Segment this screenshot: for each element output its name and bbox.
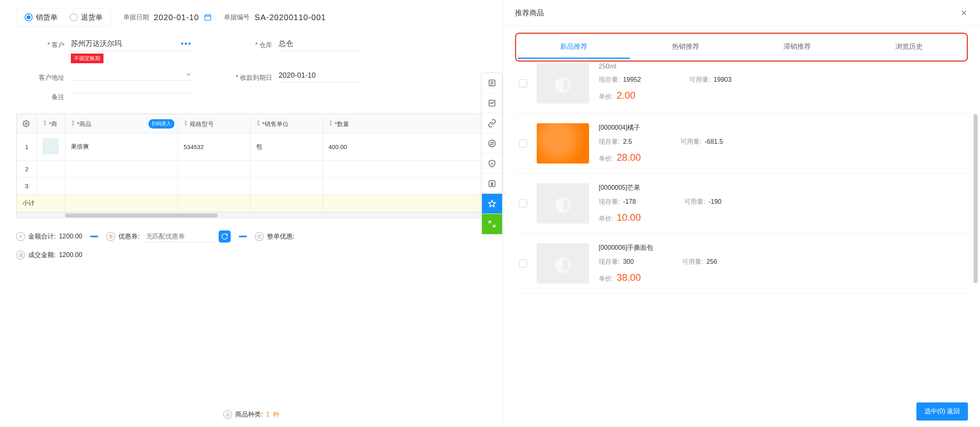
product-card: [0000004]橘子 现存量:2.5 可用量:-681.5 单价:28.00 (515, 114, 968, 174)
kind-icon: 品 (223, 410, 232, 419)
warehouse-label: 仓库 (259, 41, 272, 48)
price-value: 2.00 (616, 90, 635, 101)
more-dots-icon[interactable]: ••• (181, 39, 192, 48)
row-unit[interactable]: 包 (250, 133, 323, 161)
tool-yen-button[interactable] (482, 174, 502, 194)
price-value: 28.00 (616, 152, 641, 163)
recommend-tabs-highlight: 新品推荐 热销推荐 滞销推荐 浏览历史 (515, 33, 968, 62)
row-name[interactable]: 果倍爽 (65, 133, 178, 161)
row-qty[interactable]: 400.00 (323, 133, 486, 161)
product-name: [0000005]芒果 (599, 184, 964, 192)
product-name: [0000006]手撕面包 (599, 244, 964, 252)
col-goods[interactable]: ▲▼*商品扫码录入 (65, 114, 178, 133)
product-checkbox[interactable] (519, 199, 527, 207)
col-goods-short[interactable]: ▲▼*商 (37, 114, 65, 133)
tool-link-button[interactable] (482, 113, 502, 133)
row-spec[interactable]: 534532 (178, 133, 250, 161)
address-field[interactable]: 客户地址 (16, 71, 192, 82)
warehouse-value: 总仓 (279, 39, 293, 48)
vertical-scrollbar[interactable] (974, 114, 978, 283)
tab-return-order[interactable]: 退货单 (70, 12, 103, 22)
calendar-icon (204, 13, 212, 21)
coupon-field: 券 优惠券: (106, 230, 230, 243)
expand-icon (488, 220, 496, 228)
table-row[interactable]: 3 (17, 178, 486, 195)
doc-type-tabs: 销货单 退货单 (16, 8, 111, 27)
stock-value: -178 (623, 198, 636, 205)
gear-column-header[interactable] (17, 114, 37, 133)
table-row[interactable]: 1 果倍爽 534532 包 400.00 (17, 133, 486, 161)
stock-value: 2.5 (623, 138, 632, 145)
deal-icon: 成 (16, 251, 25, 259)
tool-expand-button[interactable] (482, 214, 502, 234)
selected-return-button[interactable]: 选中(0) 返回 (916, 402, 968, 421)
tool-chart-button[interactable] (482, 93, 502, 113)
customer-field[interactable]: *客户 苏州万达沃尔玛 ••• 不固定账期 (16, 39, 192, 63)
row-index: 1 (17, 133, 37, 161)
doc-number-label: 单据编号 (224, 13, 250, 22)
product-checkbox[interactable] (519, 259, 527, 267)
product-thumb-icon (43, 138, 59, 154)
tab-hot-recommend[interactable]: 热销推荐 (630, 35, 742, 59)
list-icon (488, 79, 496, 87)
close-button[interactable] (960, 9, 968, 17)
product-card: ◐ 250ml 现存量:19952 可用量:19903 单价:2.00 (515, 62, 968, 114)
svg-point-1 (25, 123, 27, 125)
stock-value: 19952 (623, 76, 641, 83)
svg-rect-0 (205, 15, 211, 20)
tool-list-button[interactable] (482, 73, 502, 93)
yen-box-icon (488, 179, 496, 188)
product-name: 250ml (599, 63, 964, 70)
chevron-down-icon (185, 71, 192, 78)
link-icon (488, 119, 496, 128)
summary-section: ¥ 金额合计: 1200.00 券 优惠券: 优 整单优惠: (16, 230, 486, 259)
due-date-field[interactable]: *收款到期日 2020-01-10 (224, 71, 359, 83)
tab-slow-recommend[interactable]: 滞销推荐 (742, 35, 854, 59)
subtotal-row: 小计 (17, 195, 486, 212)
remark-field[interactable]: 备注 (16, 91, 192, 102)
product-checkbox[interactable] (519, 139, 527, 147)
avail-value: 19903 (713, 76, 732, 83)
warehouse-field[interactable]: *仓库 总仓 (224, 39, 359, 51)
refresh-button[interactable] (219, 230, 231, 243)
avail-value: 256 (707, 258, 717, 265)
tab-sales-order[interactable]: 销货单 (25, 12, 58, 22)
shield-icon (488, 159, 496, 168)
tool-star-button[interactable] (482, 194, 502, 214)
remark-label: 备注 (52, 93, 64, 100)
radio-return-icon (70, 13, 78, 21)
doc-date-label: 单据日期 (123, 13, 149, 22)
price-value: 10.00 (616, 212, 641, 223)
customer-label: 客户 (52, 41, 64, 48)
amount-total: ¥ 金额合计: 1200.00 (16, 232, 82, 241)
product-checkbox[interactable] (519, 79, 527, 87)
placeholder-icon: ◐ (554, 252, 571, 275)
product-list[interactable]: ◐ 250ml 现存量:19952 可用量:19903 单价:2.00 [000… (503, 62, 980, 396)
product-card: ◐ [0000006]手撕面包 现存量:300 可用量:256 单价:38.00 (515, 234, 968, 294)
col-unit[interactable]: ▲▼*销售单位 (250, 114, 323, 133)
discount-icon: 优 (255, 232, 264, 241)
product-image-placeholder: ◐ (537, 63, 589, 104)
radio-sales-icon (25, 13, 33, 21)
table-row[interactable]: 2 (17, 161, 486, 178)
tool-shield-button[interactable] (482, 153, 502, 174)
star-icon (488, 199, 496, 208)
scan-entry-button[interactable]: 扫码录入 (149, 119, 174, 129)
due-date-label: 收款到期日 (240, 74, 272, 81)
tab-new-recommend[interactable]: 新品推荐 (518, 35, 630, 59)
customer-value: 苏州万达沃尔玛 (71, 39, 122, 48)
horizontal-scrollbar[interactable] (17, 212, 486, 218)
doc-date-field[interactable]: 单据日期 2020-01-10 (123, 13, 212, 22)
product-name: [0000004]橘子 (599, 124, 964, 132)
coupon-input[interactable] (143, 231, 215, 242)
product-image-placeholder: ◐ (537, 243, 589, 284)
placeholder-icon: ◐ (554, 192, 571, 215)
tool-swap-button[interactable] (482, 133, 502, 153)
avail-value: -681.5 (705, 138, 723, 145)
coupon-icon: 券 (106, 232, 115, 241)
address-label: 客户地址 (39, 74, 64, 81)
tab-browse-history[interactable]: 浏览历史 (853, 35, 965, 59)
col-qty[interactable]: ▲▼*数量 (323, 114, 486, 133)
col-spec[interactable]: ▲▼规格型号 (178, 114, 250, 133)
tab-return-label: 退货单 (81, 12, 103, 22)
